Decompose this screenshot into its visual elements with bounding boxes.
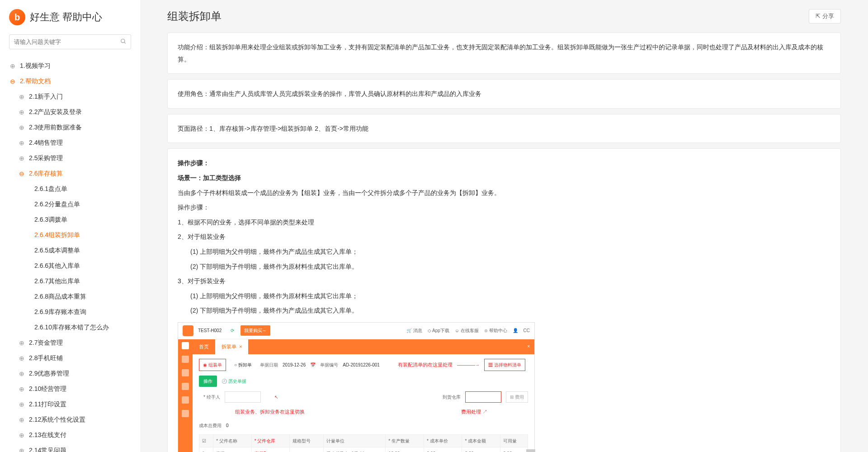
nav-2-10[interactable]: ⊕2.10经营管理 [9,381,131,397]
ss-topbar: TEST-H002 ⟳ 我要购买～ 🛒 消息 ◇ App下载 ☺ 在线客服 ⊙ … [178,323,534,339]
ss-handler-label: * 经手人 [203,393,220,401]
ss-cost-total-val: 0 [226,421,229,430]
ss-tab-close-icon: × [523,339,534,354]
ss-nav-icon [182,383,189,390]
ss-home-icon [182,342,189,349]
logo-icon: b [9,9,25,25]
step-2a: (1) 上部明细为父件明细，最终作为产成品生成其它入库单； [178,246,830,258]
ss-tab-doc: 拆装单× [215,339,248,354]
ss-cost-total-label: 成本总费用 [199,421,222,430]
nav-docs[interactable]: ⊖2.帮助文档 [9,74,131,89]
nav-2-6-9[interactable]: 2.6.9库存账本查询 [9,305,131,320]
path-card: 页面路径：1、库存核算->库存管理->组装拆卸单 2、首页->常用功能 [167,114,841,143]
plus-icon: ⊕ [18,416,25,423]
plus-icon: ⊕ [18,93,25,100]
ss-online-link: ☺ 在线客服 [455,326,479,335]
nav-2-13[interactable]: ⊕2.13在线支付 [9,428,131,443]
ss-ann-switch: 组装业务、拆卸业务在这里切换 [235,407,305,417]
plus-icon: ⊕ [18,370,25,377]
ss-cart-icon: 🛒 消息 [406,326,422,335]
svg-line-1 [124,42,126,43]
ss-date-label: 单据日期 [260,361,278,369]
nav: ⊕1.视频学习 ⊖2.帮助文档 ⊕2.1新手入门 ⊕2.2产品安装及登录 ⊕2.… [9,58,131,452]
nav-2-5[interactable]: ⊕2.5采购管理 [9,151,131,166]
embedded-screenshot: TEST-H002 ⟳ 我要购买～ 🛒 消息 ◇ App下载 ☺ 在线客服 ⊙ … [178,322,535,452]
ss-tabs: 首页 拆装单× × [193,339,534,354]
ss-nav-icon [182,396,189,404]
scene-title: 场景一：加工类型选择 [178,172,830,184]
ss-handler-input [225,391,261,403]
ss-parent-table: ☑ * 父件名称 * 父件仓库 规格型号 计量单位 * 生产数量 * 成本单价 … [199,434,528,452]
step-3: 3、对于拆装业务 [178,275,830,287]
intro-card: 功能介绍：组装拆卸单用来处理企业组装或拆卸等加工业务，支持有固定装配清单的产品加… [167,33,841,74]
ss-history-btn: 🕘 历史单据 [222,377,246,385]
search-box [9,34,131,49]
search-icon[interactable] [120,38,127,46]
minus-icon: ⊖ [9,78,16,85]
nav-2-6-3[interactable]: 2.6.3调拨单 [9,212,131,228]
plus-icon: ⊕ [18,355,25,362]
nav-2-14[interactable]: ⊕2.14常见问题 [9,443,131,452]
step-2b: (2) 下部明细为子件明细，最终作为原材料生成其它出库单。 [178,261,830,273]
plus-icon: ⊕ [18,401,25,408]
ss-left-nav [178,339,193,452]
arrow-icon: ————→ [457,361,480,369]
plus-icon: ⊕ [18,432,25,439]
share-icon: ⇱ [816,13,822,19]
ss-nav-icon [182,410,189,417]
nav-2-8[interactable]: ⊕2.8手机旺铺 [9,351,131,366]
nav-2-4[interactable]: ⊕2.4销售管理 [9,135,131,151]
scene-desc: 当由多个子件材料组装成一个成品的业务为【组装】业务，当由一个父件拆分成多个子产品… [178,187,830,199]
ss-env: TEST-H002 [198,326,222,335]
nav-2-6-5[interactable]: 2.6.5成本调整单 [9,243,131,258]
ss-cost-btn: ⊞ 费用 [506,391,528,403]
ss-user: CC [524,326,530,335]
svg-point-0 [121,39,125,43]
nav-2-6-7[interactable]: 2.6.7其他出库单 [9,274,131,289]
step-2: 2、对于组装业务 [178,231,830,243]
nav-2-11[interactable]: ⊕2.11打印设置 [9,397,131,412]
nav-2-12[interactable]: ⊕2.12系统个性化设置 [9,412,131,428]
sidebar: b 好生意 帮助中心 ⊕1.视频学习 ⊖2.帮助文档 ⊕2.1新手入门 ⊕2.2… [0,0,140,452]
ss-ann-template: 有装配清单的在这里处理 [398,360,453,370]
role-label: 使用角色： [178,90,209,97]
minus-icon: ⊖ [18,170,25,177]
nav-2-6[interactable]: ⊖2.6库存核算 [9,166,131,181]
plus-icon: ⊕ [18,385,25,393]
step-3b: (2) 下部明细为子件明细，最终作为产成品生成其它入库单。 [178,305,830,317]
nav-2-7[interactable]: ⊕2.7资金管理 [9,335,131,351]
ss-radio-disassemble: ○ 拆卸单 [231,359,255,371]
nav-2-6-1[interactable]: 2.6.1盘点单 [9,181,131,197]
role-card: 使用角色：通常由生产人员或库管人员完成拆装业务的操作，库管人员确认原材料的出库和… [167,79,841,109]
path-text: 1、库存核算->库存管理->组装拆卸单 2、首页->常用功能 [209,125,368,132]
nav-2-6-6[interactable]: 2.6.6其他入库单 [9,258,131,274]
nav-2-6-4[interactable]: 2.6.4组装拆卸单 [9,228,131,243]
ss-refresh-icon: ⟳ [231,326,234,335]
arrow-icon: ↖ [274,393,278,401]
nav-2-6-8[interactable]: 2.6.8商品成本重算 [9,289,131,305]
ss-date-val: 2019-12-26 [283,361,306,369]
steps-card: 操作步骤： 场景一：加工类型选择 当由多个子件材料组装成一个成品的业务为【组装】… [167,148,841,452]
ss-side-buttons [526,449,535,452]
ss-nav-icon [182,356,189,363]
nav-2-9[interactable]: ⊕2.9优惠券管理 [9,366,131,381]
ss-avatar-icon: 👤 [513,326,518,335]
ss-logo-icon [183,325,193,336]
plus-icon: ⊕ [9,62,16,70]
nav-2-6-2[interactable]: 2.6.2分量盘点单 [9,197,131,212]
ss-tab-home: 首页 [193,339,215,354]
share-button[interactable]: ⇱ 分享 [809,9,841,24]
nav-2-3[interactable]: ⊕2.3使用前数据准备 [9,120,131,135]
intro-label: 功能介绍： [178,43,209,51]
ss-side-icon [526,449,535,452]
step-3a: (1) 上部明细为父件明细，最终作为原材料生成其它出库单； [178,290,830,302]
nav-2-6-10[interactable]: 2.6.10库存账本错了怎么办 [9,320,131,335]
nav-video[interactable]: ⊕1.视频学习 [9,58,131,74]
plus-icon: ⊕ [18,109,25,116]
ss-code-val: AD-20191226-001 [343,361,380,369]
steps-sub: 操作步骤： [178,201,830,214]
search-input[interactable] [9,34,131,49]
ss-wh-input [465,391,501,403]
nav-2-1[interactable]: ⊕2.1新手入门 [9,89,131,105]
nav-2-2[interactable]: ⊕2.2产品安装及登录 [9,105,131,120]
